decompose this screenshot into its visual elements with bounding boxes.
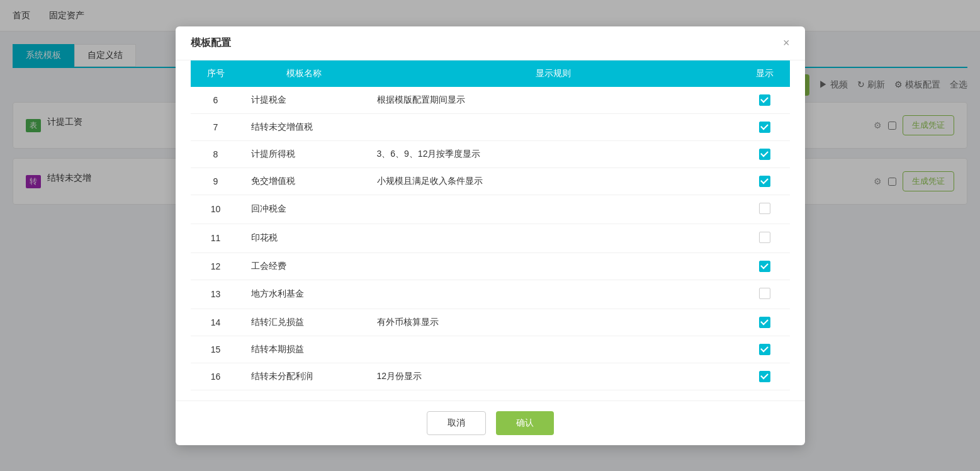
cancel-button[interactable]: 取消 (427, 411, 486, 435)
cell-name: 计提税金 (241, 87, 367, 114)
table-row: 7结转未交增值税 (191, 113, 790, 140)
cell-checkbox (740, 363, 790, 390)
cell-checkbox (740, 87, 790, 114)
cell-index: 6 (191, 87, 241, 114)
table-row: 6计提税金根据模版配置期间显示 (191, 87, 790, 114)
cell-name: 结转未分配利润 (241, 363, 367, 390)
cell-checkbox (740, 195, 790, 224)
cell-rule: 3、6、9、12月按季度显示 (367, 140, 740, 167)
table-row: 8计提所得税3、6、9、12月按季度显示 (191, 140, 790, 167)
table-row: 13地方水利基金 (191, 280, 790, 309)
cell-index: 11 (191, 224, 241, 253)
dialog-footer: 取消 确认 (176, 400, 805, 445)
cell-index: 16 (191, 363, 241, 390)
cell-checkbox (740, 280, 790, 309)
cell-index: 14 (191, 309, 241, 336)
table-row: 10回冲税金 (191, 195, 790, 224)
row-checkbox[interactable] (759, 344, 770, 355)
row-checkbox[interactable] (759, 261, 770, 272)
row-checkbox[interactable] (759, 176, 770, 187)
table-row: 12工会经费 (191, 253, 790, 280)
dialog-body: 序号 模板名称 显示规则 显示 6计提税金根据模版配置期间显示7结转未交增值税8… (176, 60, 805, 400)
cell-name: 结转汇兑损益 (241, 309, 367, 336)
col-header-show: 显示 (740, 60, 790, 87)
table-row: 9免交增值税小规模且满足收入条件显示 (191, 167, 790, 195)
row-checkbox[interactable] (759, 149, 770, 160)
row-checkbox[interactable] (759, 288, 770, 299)
confirm-button[interactable]: 确认 (496, 411, 554, 435)
row-checkbox[interactable] (759, 203, 770, 214)
row-checkbox[interactable] (759, 371, 770, 382)
cell-index: 15 (191, 336, 241, 363)
col-header-rule: 显示规则 (367, 60, 740, 87)
cell-rule: 有外币核算显示 (367, 309, 740, 336)
table-row: 14结转汇兑损益有外币核算显示 (191, 309, 790, 336)
cell-name: 地方水利基金 (241, 280, 367, 309)
cell-name: 印花税 (241, 224, 367, 253)
cell-checkbox (740, 224, 790, 253)
cell-checkbox (740, 140, 790, 167)
cell-rule: 小规模且满足收入条件显示 (367, 167, 740, 195)
template-config-dialog: 模板配置 × 序号 模板名称 显示规则 显示 6计提税金根据模版配置期间显示7结… (176, 26, 805, 445)
config-table: 序号 模板名称 显示规则 显示 6计提税金根据模版配置期间显示7结转未交增值税8… (191, 60, 790, 390)
cell-rule (367, 113, 740, 140)
cell-name: 免交增值税 (241, 167, 367, 195)
cell-rule (367, 195, 740, 224)
cell-name: 结转本期损益 (241, 336, 367, 363)
cell-rule (367, 253, 740, 280)
modal-overlay: 模板配置 × 序号 模板名称 显示规则 显示 6计提税金根据模版配置期间显示7结… (0, 0, 980, 471)
cell-name: 工会经费 (241, 253, 367, 280)
cell-index: 9 (191, 167, 241, 195)
row-checkbox[interactable] (759, 317, 770, 328)
dialog-title: 模板配置 (191, 37, 231, 50)
cell-checkbox (740, 309, 790, 336)
cell-index: 12 (191, 253, 241, 280)
cell-checkbox (740, 336, 790, 363)
dialog-close-button[interactable]: × (783, 37, 790, 48)
cell-index: 7 (191, 113, 241, 140)
cell-checkbox (740, 253, 790, 280)
table-row: 16结转未分配利润12月份显示 (191, 363, 790, 390)
cell-name: 回冲税金 (241, 195, 367, 224)
cell-name: 结转未交增值税 (241, 113, 367, 140)
cell-rule: 根据模版配置期间显示 (367, 87, 740, 114)
cell-index: 13 (191, 280, 241, 309)
cell-rule (367, 336, 740, 363)
dialog-header: 模板配置 × (176, 26, 805, 60)
cell-rule: 12月份显示 (367, 363, 740, 390)
cell-checkbox (740, 113, 790, 140)
cell-checkbox (740, 167, 790, 195)
cell-index: 8 (191, 140, 241, 167)
table-row: 15结转本期损益 (191, 336, 790, 363)
row-checkbox[interactable] (759, 232, 770, 243)
cell-rule (367, 280, 740, 309)
cell-name: 计提所得税 (241, 140, 367, 167)
row-checkbox[interactable] (759, 94, 770, 106)
col-header-name: 模板名称 (241, 60, 367, 87)
cell-rule (367, 224, 740, 253)
table-row: 11印花税 (191, 224, 790, 253)
cell-index: 10 (191, 195, 241, 224)
row-checkbox[interactable] (759, 122, 770, 133)
col-header-index: 序号 (191, 60, 241, 87)
